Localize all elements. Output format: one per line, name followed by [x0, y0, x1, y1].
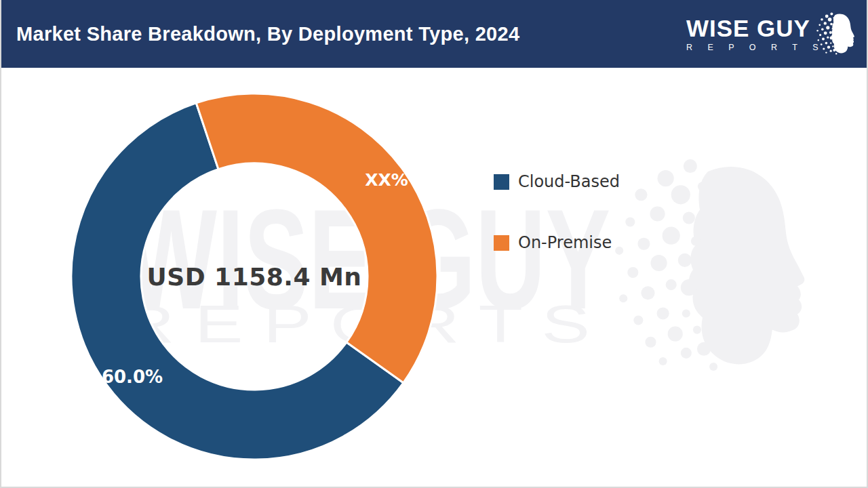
legend-item-on-premise: On-Premise: [494, 233, 620, 252]
donut-slice-on-premise: [196, 94, 437, 383]
wiseguy-face-icon: [814, 5, 856, 62]
logo-text: WISE GUY R E P O R T S: [686, 16, 825, 52]
legend-label-on-premise: On-Premise: [518, 233, 612, 252]
infographic-page: Market Share Breakdown, By Deployment Ty…: [0, 0, 868, 488]
wiseguy-logo: WISE GUY R E P O R T S: [686, 5, 856, 62]
logo-wordmark: WISE GUY: [686, 16, 810, 40]
logo-subtext: R E P O R T S: [686, 43, 825, 52]
page-title: Market Share Breakdown, By Deployment Ty…: [16, 23, 519, 45]
header-bar: Market Share Breakdown, By Deployment Ty…: [0, 0, 868, 68]
chart-area: WISE GUY R E P O R T S 60.0% XX% USD 115…: [0, 68, 868, 488]
legend-item-cloud-based: Cloud-Based: [494, 172, 620, 191]
slice-label-on-premise: XX%: [365, 170, 408, 190]
chart-legend: Cloud-Based On-Premise: [494, 172, 620, 294]
donut-chart: [0, 68, 868, 488]
slice-label-cloud-based: 60.0%: [102, 367, 163, 387]
legend-swatch-on-premise: [494, 235, 509, 251]
legend-swatch-cloud-based: [494, 174, 509, 190]
legend-label-cloud-based: Cloud-Based: [518, 172, 620, 191]
donut-center-value: USD 1158.4 Mn: [147, 263, 362, 291]
